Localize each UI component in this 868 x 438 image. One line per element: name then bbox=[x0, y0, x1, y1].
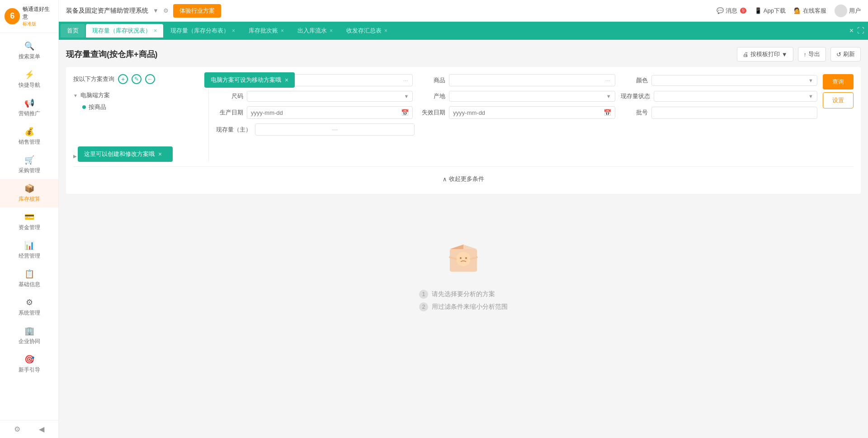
setting-btn[interactable]: 设置 bbox=[823, 92, 854, 108]
scheme-tooltip-1-text: 电脑方案可设为移动方案哦 bbox=[211, 76, 281, 84]
batch-text[interactable] bbox=[656, 109, 812, 116]
system-dropdown-icon[interactable]: ▼ bbox=[153, 7, 159, 14]
scheme-tooltip-2: 这里可以创建和修改方案哦 × bbox=[78, 146, 173, 162]
app-name: 畅通道好生意 bbox=[23, 5, 54, 21]
user-profile-btn[interactable]: 用户 bbox=[835, 5, 861, 17]
produce-date-icon[interactable]: 📅 bbox=[401, 109, 409, 116]
size-label: 尺码 bbox=[216, 92, 243, 100]
tab-close-all-icon[interactable]: × bbox=[849, 27, 854, 35]
sidebar-item-search[interactable]: 🔍 搜索菜单 bbox=[0, 37, 58, 65]
scheme-tooltip-1-close[interactable]: × bbox=[285, 76, 288, 84]
sidebar-label-system: 系统管理 bbox=[19, 309, 40, 317]
app-download-btn[interactable]: 📱 App下载 bbox=[755, 7, 786, 15]
sidebar-item-inventory[interactable]: 📦 库存核算 bbox=[0, 179, 58, 207]
sidebar-item-operation[interactable]: 📊 经营管理 bbox=[0, 236, 58, 264]
tab-batch-account[interactable]: 库存批次账 × bbox=[242, 24, 290, 38]
scheme-desktop-child[interactable]: 按商品 bbox=[73, 101, 201, 113]
tab-inventory-dist-close[interactable]: × bbox=[232, 28, 235, 34]
refresh-label: 刷新 bbox=[843, 50, 855, 58]
empty-tip-2: 2 用过滤条件来缩小分析范围 bbox=[419, 302, 508, 311]
filter-field-qty: 现存量（主） — bbox=[216, 123, 415, 136]
empty-illustration bbox=[436, 226, 491, 281]
expire-date-text[interactable] bbox=[453, 109, 603, 116]
user-label: 用户 bbox=[849, 7, 861, 15]
filter-field-produce-date: 生产日期 📅 bbox=[216, 106, 413, 119]
color-select[interactable]: ▼ bbox=[651, 75, 817, 86]
tab-flow-close[interactable]: × bbox=[330, 28, 333, 34]
sidebar-item-sales[interactable]: 💰 销售管理 bbox=[0, 122, 58, 151]
goods-dots-icon[interactable]: ··· bbox=[605, 77, 610, 84]
print-label: 按模板打印 bbox=[750, 50, 780, 58]
sidebar-item-enterprise[interactable]: 🏢 企业协同 bbox=[0, 321, 58, 350]
qty-separator: — bbox=[332, 126, 338, 133]
refresh-btn[interactable]: ↺ 刷新 bbox=[830, 47, 861, 61]
origin-label: 产地 bbox=[418, 92, 445, 100]
tab-inventory-dist[interactable]: 现存量（库存分布表） × bbox=[164, 24, 241, 38]
sidebar-item-marketing[interactable]: 📢 营销推广 bbox=[0, 94, 58, 122]
origin-select[interactable]: ▼ bbox=[449, 91, 615, 102]
expire-date-icon[interactable]: 📅 bbox=[604, 109, 611, 116]
query-btn[interactable]: 查询 bbox=[823, 74, 854, 89]
print-btn[interactable]: 🖨 按模板打印 ▼ bbox=[737, 47, 793, 61]
sidebar-item-purchase[interactable]: 🛒 采购管理 bbox=[0, 151, 58, 179]
tab-batch-close[interactable]: × bbox=[281, 28, 284, 34]
filter-edit-btn[interactable]: ✎ bbox=[132, 74, 142, 84]
message-btn[interactable]: 💬 消息 9 bbox=[717, 7, 746, 15]
sidebar-item-guide[interactable]: 🎯 新手引导 bbox=[0, 350, 58, 378]
tab-flow[interactable]: 出入库流水 × bbox=[291, 24, 339, 38]
sidebar-item-quick[interactable]: ⚡ 快捷导航 bbox=[0, 65, 58, 94]
filter-field-goods: 商品 ··· bbox=[418, 74, 615, 86]
expire-date-input[interactable]: 📅 bbox=[449, 106, 615, 119]
svg-point-3 bbox=[456, 252, 471, 266]
collapse-up-icon: ∧ bbox=[443, 176, 447, 183]
industry-plan-btn[interactable]: 体验行业方案 bbox=[173, 4, 221, 18]
export-btn[interactable]: ↑ 导出 bbox=[798, 47, 826, 61]
sidebar-item-system[interactable]: ⚙ 系统管理 bbox=[0, 293, 58, 321]
message-label: 消息 bbox=[726, 7, 737, 15]
tab-inventory-status-close[interactable]: × bbox=[154, 28, 157, 34]
tab-summary-close[interactable]: × bbox=[384, 28, 387, 34]
qty-input[interactable]: — bbox=[255, 123, 415, 136]
collapse-filter-btn[interactable]: ∧ 收起更多条件 bbox=[73, 171, 854, 187]
scheme-tooltip-1: 电脑方案可设为移动方案哦 × bbox=[204, 72, 295, 88]
settings-footer-btn[interactable]: ⚙ bbox=[14, 425, 20, 433]
size-select-arrow: ▼ bbox=[404, 94, 409, 99]
filter-back-btn[interactable]: ← bbox=[145, 74, 155, 84]
collapse-sidebar-btn[interactable]: ◀ bbox=[39, 425, 44, 433]
tab-fullscreen-icon[interactable]: ⛶ bbox=[857, 27, 864, 35]
topbar-left: 装备及固定资产辅助管理系统 ▼ ⚙ 体验行业方案 bbox=[66, 4, 221, 18]
sidebar-label-marketing: 营销推广 bbox=[19, 110, 40, 118]
print-icon: 🖨 bbox=[743, 51, 749, 58]
filter-divider bbox=[73, 166, 854, 167]
batch-input[interactable] bbox=[651, 107, 817, 119]
status-select[interactable]: ▼ bbox=[654, 91, 817, 102]
sidebar-label-quick: 快捷导航 bbox=[19, 81, 40, 89]
online-service-btn[interactable]: 💁 在线客服 bbox=[794, 7, 826, 15]
tabbar: 首页 现存量（库存状况表） × 现存量（库存分布表） × 库存批次账 × 出入库… bbox=[59, 22, 868, 40]
svg-point-4 bbox=[460, 257, 462, 259]
color-label: 颜色 bbox=[621, 76, 648, 85]
scheme-mobile-arrow: ▶ bbox=[73, 154, 77, 159]
sidebar-item-base[interactable]: 📋 基础信息 bbox=[0, 264, 58, 293]
sidebar-menu: 🔍 搜索菜单 ⚡ 快捷导航 📢 营销推广 💰 销售管理 🛒 采购管理 📦 库存核… bbox=[0, 33, 58, 420]
produce-date-input[interactable]: 📅 bbox=[247, 106, 413, 119]
quick-icon: ⚡ bbox=[24, 70, 34, 80]
settings-gear-icon[interactable]: ⚙ bbox=[163, 7, 169, 14]
topbar: 装备及固定资产辅助管理系统 ▼ ⚙ 体验行业方案 💬 消息 9 📱 App下载 … bbox=[59, 0, 868, 22]
tab-summary[interactable]: 收发存汇总表 × bbox=[340, 24, 394, 38]
filter-add-btn[interactable]: + bbox=[118, 74, 128, 84]
export-icon: ↑ bbox=[804, 51, 807, 58]
page-actions: 🖨 按模板打印 ▼ ↑ 导出 ↺ 刷新 bbox=[737, 47, 861, 61]
scheme-tooltip-2-close[interactable]: × bbox=[158, 151, 162, 158]
goods-input[interactable]: ··· bbox=[449, 74, 615, 86]
tab-home[interactable]: 首页 bbox=[61, 24, 85, 38]
scheme-desktop[interactable]: ▼ 电脑端方案 bbox=[73, 89, 201, 101]
warehouse-dots-icon[interactable]: ··· bbox=[403, 77, 408, 84]
sidebar-label-purchase: 采购管理 bbox=[19, 167, 40, 174]
produce-date-text[interactable] bbox=[251, 109, 401, 116]
tab-inventory-status[interactable]: 现存量（库存状况表） × bbox=[86, 24, 163, 38]
base-icon: 📋 bbox=[24, 269, 34, 279]
size-select[interactable]: ▼ bbox=[247, 91, 413, 102]
phone-icon: 📱 bbox=[755, 7, 762, 14]
sidebar-item-finance[interactable]: 💳 资金管理 bbox=[0, 207, 58, 236]
